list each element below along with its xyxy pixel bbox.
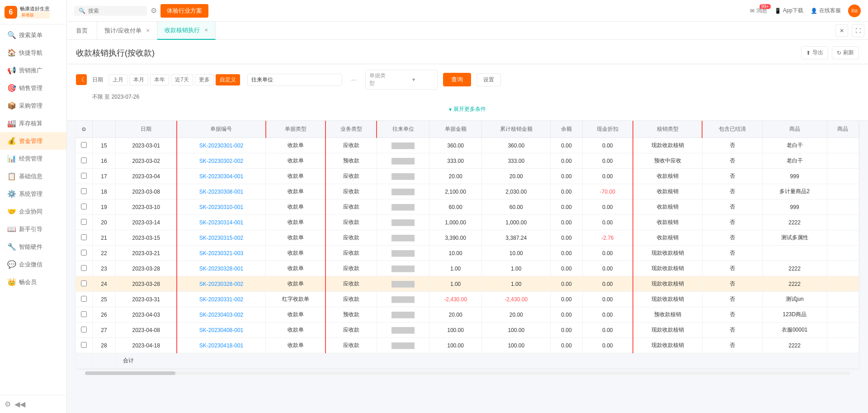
settings-bottom-icon[interactable]: ⚙: [5, 400, 11, 408]
scrollbar-area[interactable]: [85, 371, 850, 375]
sidebar-item-sys[interactable]: ⚙️ 系统管理: [0, 185, 66, 203]
order-no-link[interactable]: SK-20230315-002: [199, 235, 243, 241]
cell-balance: 0.00: [551, 184, 582, 199]
date-this-year-btn[interactable]: 本年: [150, 74, 169, 85]
partner-filter[interactable]: 往来单位: [247, 74, 342, 86]
row-checkbox[interactable]: [81, 142, 87, 148]
tab-verify-execute[interactable]: 收款核销执行 ✕: [157, 22, 216, 40]
cell-setting[interactable]: [76, 230, 92, 246]
sidebar-item-operations[interactable]: 📊 经营管理: [0, 150, 66, 167]
sidebar-menu: 🔍 搜索菜单 🏠 快捷导航 📢 营销推广 🎯 销售管理 📦 采购管理 🏭 库存核…: [0, 24, 66, 395]
sidebar-item-wechat[interactable]: 💬 企业微信: [0, 256, 66, 273]
sidebar-item-enterprise[interactable]: 🤝 企业协同: [0, 203, 66, 220]
date-more-btn[interactable]: 更多: [195, 74, 214, 85]
cell-rowno: 24: [92, 276, 116, 292]
row-checkbox[interactable]: [81, 327, 87, 332]
sidebar-item-member[interactable]: 👑 畅会员: [0, 273, 66, 291]
th-setting[interactable]: ⚙: [76, 121, 92, 138]
row-checkbox[interactable]: [81, 234, 87, 240]
sidebar-item-marketing[interactable]: 📢 营销推广: [0, 62, 66, 79]
sidebar-item-smarthw[interactable]: 🔧 智能硬件: [0, 238, 66, 256]
row-checkbox[interactable]: [81, 342, 87, 348]
header-gear-icon[interactable]: ⚙: [151, 6, 157, 15]
order-no-link[interactable]: SK-20230308-001: [199, 189, 243, 195]
order-no-link[interactable]: SK-20230403-002: [199, 312, 243, 318]
tab-verify-close-icon[interactable]: ✕: [204, 28, 208, 33]
partner-filter-input[interactable]: [275, 76, 338, 83]
order-no-link[interactable]: SK-20230321-003: [199, 250, 243, 256]
tab-home[interactable]: 首页: [67, 22, 97, 40]
tab-expand-btn[interactable]: ⛶: [852, 24, 864, 37]
cell-receipt-type: 收款单: [266, 153, 326, 169]
cell-receipt-type: 收款单: [266, 215, 326, 230]
cell-setting[interactable]: [76, 323, 92, 338]
cell-setting[interactable]: [76, 276, 92, 292]
order-no-link[interactable]: SK-20230408-001: [199, 327, 243, 333]
order-no-link[interactable]: SK-20230331-002: [199, 296, 243, 303]
th-product1: 商品: [762, 121, 827, 138]
tab-close-all-btn[interactable]: ✕: [835, 24, 848, 37]
order-no-link[interactable]: SK-20230418-001: [199, 342, 243, 349]
header-search-input[interactable]: [88, 8, 142, 14]
row-checkbox[interactable]: [81, 265, 87, 271]
date-this-month-btn[interactable]: 本月: [129, 74, 148, 85]
cell-setting[interactable]: [76, 215, 92, 230]
sidebar-item-fund[interactable]: 💰 资金管理: [0, 132, 66, 150]
sidebar-item-purchase[interactable]: 📦 采购管理: [0, 97, 66, 114]
sidebar-item-search[interactable]: 🔍 搜索菜单: [0, 26, 66, 44]
row-checkbox[interactable]: [81, 311, 87, 317]
cell-setting[interactable]: [76, 153, 92, 169]
receipt-type-filter[interactable]: 单据类型 ▾: [365, 70, 438, 90]
app-download-btn[interactable]: 📱 App下载: [774, 7, 803, 14]
date-7days-btn[interactable]: 近7天: [171, 74, 193, 85]
order-no-link[interactable]: SK-20230301-002: [199, 142, 243, 149]
tab-prepay-order[interactable]: 预计/应收付单 ✕: [97, 22, 157, 40]
order-no-link[interactable]: SK-20230328-002: [199, 281, 243, 287]
filter-collapse-btn[interactable]: 《: [76, 74, 87, 85]
sidebar-item-inventory[interactable]: 🏭 库存核算: [0, 114, 66, 132]
scrollbar-thumb[interactable]: [85, 371, 175, 375]
user-avatar[interactable]: Rit: [848, 5, 861, 17]
cell-setting[interactable]: [76, 307, 92, 323]
row-checkbox[interactable]: [81, 173, 87, 179]
cell-setting[interactable]: [76, 338, 92, 353]
order-no-link[interactable]: SK-20230310-001: [199, 204, 243, 210]
date-last-month-btn[interactable]: 上月: [108, 74, 127, 85]
order-no-link[interactable]: SK-20230314-001: [199, 219, 243, 226]
collapse-icon[interactable]: ◀◀: [14, 400, 25, 408]
row-checkbox[interactable]: [81, 204, 87, 209]
export-btn[interactable]: ⬆ 导出: [801, 46, 828, 59]
order-no-link[interactable]: SK-20230328-001: [199, 266, 243, 272]
cell-setting[interactable]: [76, 292, 92, 307]
sidebar-item-basic[interactable]: 📋 基础信息: [0, 167, 66, 185]
order-no-link[interactable]: SK-20230302-002: [199, 158, 243, 164]
online-service-btn[interactable]: 👤 在线客服: [811, 7, 841, 14]
cell-balance: 0.00: [551, 215, 582, 230]
setting-btn[interactable]: 设置: [476, 73, 501, 86]
refresh-btn[interactable]: ↻ 刷新: [832, 46, 859, 59]
sidebar-item-quicknav[interactable]: 🏠 快捷导航: [0, 44, 66, 62]
sidebar-item-sales[interactable]: 🎯 销售管理: [0, 79, 66, 97]
expand-more-btn[interactable]: ▾ 展开更多条件: [443, 104, 491, 115]
row-checkbox[interactable]: [81, 157, 87, 163]
header-search-box[interactable]: 🔍: [74, 6, 147, 16]
export-icon: ⬆: [806, 50, 811, 56]
date-custom-btn[interactable]: 自定义: [216, 74, 240, 85]
tab-prepay-close-icon[interactable]: ✕: [146, 28, 150, 33]
cell-setting[interactable]: [76, 246, 92, 261]
cell-setting[interactable]: [76, 199, 92, 215]
row-checkbox[interactable]: [81, 296, 87, 302]
row-checkbox[interactable]: [81, 250, 87, 256]
industry-btn[interactable]: 体验行业方案: [160, 4, 208, 18]
order-no-link[interactable]: SK-20230304-001: [199, 173, 243, 180]
row-checkbox[interactable]: [81, 188, 87, 194]
cell-setting[interactable]: [76, 261, 92, 276]
messages-btn[interactable]: ✉ 消息 99+: [750, 7, 767, 14]
row-checkbox[interactable]: [81, 219, 87, 225]
cell-setting[interactable]: [76, 138, 92, 153]
row-checkbox[interactable]: [81, 280, 87, 286]
sidebar-item-guide[interactable]: 📖 新手引导: [0, 220, 66, 238]
cell-setting[interactable]: [76, 184, 92, 199]
query-btn[interactable]: 查询: [443, 73, 471, 86]
cell-setting[interactable]: [76, 169, 92, 184]
